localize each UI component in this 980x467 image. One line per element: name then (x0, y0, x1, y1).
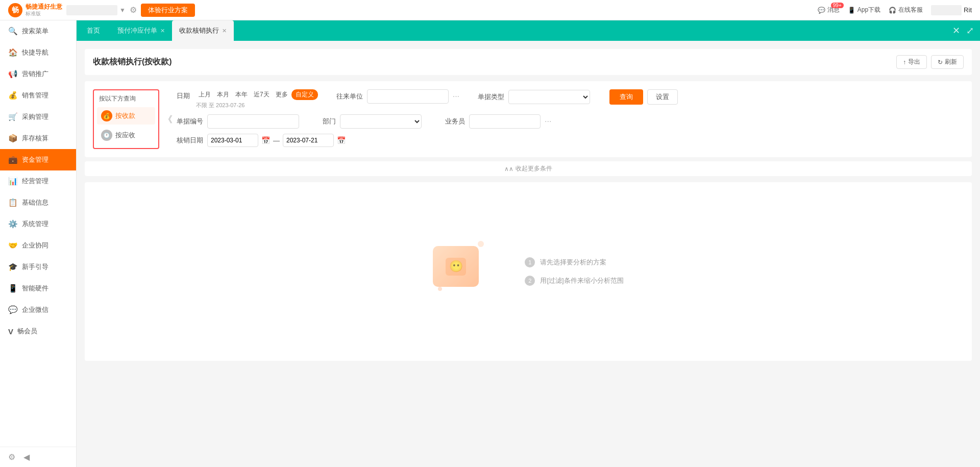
search-icon: 🔍 (8, 27, 18, 36)
filter-option-receipt[interactable]: 💰 按收款 (97, 107, 155, 125)
calendar-end-icon[interactable]: 📅 (337, 136, 346, 144)
filter-voucher-type-group: 单据类型 查询 设置 (478, 89, 678, 105)
date-btn-this-year[interactable]: 本年 (233, 89, 250, 100)
online-support-btn[interactable]: 🎧 在线客服 (889, 6, 923, 14)
home-icon: 🏠 (8, 48, 18, 57)
tab-writeoff[interactable]: 收款核销执行 ✕ (172, 20, 234, 41)
sidebar-item-member[interactable]: V 畅会员 (0, 321, 76, 342)
receivable-option-icon: 🕐 (101, 130, 112, 141)
sidebar-collapse-icon[interactable]: ◀ (23, 452, 30, 462)
filter-dept-group: 部门 (323, 114, 422, 129)
empty-face: 😶 (446, 258, 466, 276)
sidebar-item-finance[interactable]: 💼 资金管理 (0, 149, 76, 170)
user-avatar (931, 5, 962, 15)
app-name: 畅捷通好生意 (26, 3, 62, 10)
export-btn[interactable]: ↑ 导出 (896, 55, 927, 69)
staff-label: 业务员 (445, 117, 465, 126)
filter-collapse-arrow[interactable]: 《 (159, 89, 177, 149)
tab1-close-icon[interactable]: ✕ (160, 28, 165, 34)
date-btn-more[interactable]: 更多 (273, 89, 290, 100)
sidebar-item-basic[interactable]: 📋 基础信息 (0, 192, 76, 213)
date-btn-this-month[interactable]: 本月 (214, 89, 232, 100)
collapse-more-bar[interactable]: ∧∧ 收起更多条件 (85, 161, 972, 176)
calendar-start-icon[interactable]: 📅 (261, 136, 270, 144)
sidebar-item-marketing[interactable]: 📢 营销推广 (0, 63, 76, 85)
sidebar-item-wechat[interactable]: 💬 企业微信 (0, 299, 76, 321)
sidebar-item-guide[interactable]: 🎓 新手引导 (0, 256, 76, 278)
industry-btn[interactable]: 体验行业方案 (141, 4, 195, 17)
message-btn[interactable]: 💬 消息 99+ (818, 6, 840, 14)
tab-expand-btn[interactable]: ⤢ (964, 25, 976, 36)
receipt-option-icon: 💰 (101, 110, 112, 121)
filter-method-selector: 按以下方查询 💰 按收款 🕐 按应收 (93, 89, 159, 149)
company-name[interactable] (66, 5, 117, 15)
user-name: Rit (964, 6, 972, 14)
filter-date-group: 日期 上月 本月 本年 近7天 更多 自定义 (177, 89, 318, 109)
hardware-icon: 📱 (8, 284, 18, 293)
sidebar-settings-icon[interactable]: ⚙ (8, 452, 15, 462)
page-inner: 收款核销执行(按收款) ↑ 导出 ↻ 刷新 (77, 41, 980, 369)
sales-icon: 💰 (8, 91, 18, 100)
filter-option-receipt-label: 按收款 (115, 111, 135, 120)
writeoff-date-end-input[interactable] (283, 134, 334, 147)
sidebar-item-purchase[interactable]: 🛒 采购管理 (0, 106, 76, 128)
voucher-type-select[interactable] (508, 90, 590, 104)
purchase-icon: 🛒 (8, 112, 18, 121)
tab2-close-icon[interactable]: ✕ (222, 28, 227, 34)
tab-close-btn[interactable]: ✕ (950, 25, 962, 36)
sidebar-item-collab[interactable]: 🤝 企业协同 (0, 235, 76, 256)
empty-illustration: 😶 (433, 246, 494, 297)
filter-method-title: 按以下方查询 (97, 94, 155, 103)
user-menu[interactable]: Rit (931, 5, 972, 15)
filter-option-receivable[interactable]: 🕐 按应收 (97, 127, 155, 144)
date-quick-buttons: 上月 本月 本年 近7天 更多 自定义 (196, 89, 318, 100)
filter-panel: 按以下方查询 💰 按收款 🕐 按应收 《 (85, 81, 972, 157)
refresh-icon: ↻ (938, 59, 943, 66)
sidebar-item-operations[interactable]: 📊 经营管理 (0, 170, 76, 192)
tab-prepay[interactable]: 预付冲应付单 ✕ (110, 20, 172, 41)
settings-icon[interactable]: ⚙ (130, 5, 137, 15)
sidebar-item-system[interactable]: ⚙️ 系统管理 (0, 213, 76, 235)
staff-input[interactable] (469, 114, 541, 129)
finance-icon: 💼 (8, 155, 18, 164)
empty-step-2: 2 用[过滤]条件来缩小分析范围 (525, 276, 623, 286)
step2-text: 用[过滤]条件来缩小分析范围 (540, 276, 623, 285)
headset-icon: 🎧 (889, 7, 896, 14)
staff-dots[interactable]: ··· (545, 117, 551, 126)
app-logo: 畅 畅捷通好生意 标准版 (8, 3, 62, 17)
date-btn-last-month[interactable]: 上月 (196, 89, 213, 100)
main-content: 首页 预付冲应付单 ✕ 收款核销执行 ✕ ✕ ⤢ 收款核销执行(按收款) (77, 20, 980, 467)
filter-row-3: 核销日期 📅 — 📅 (177, 134, 964, 147)
message-icon: 💬 (818, 7, 825, 14)
company-selector[interactable]: ▼ (66, 5, 126, 15)
counterparty-dots[interactable]: ··· (453, 92, 459, 101)
writeoff-date-range: 📅 — 📅 (207, 134, 346, 147)
sidebar-bottom: ⚙ ◀ (0, 447, 76, 467)
deco-dot-1 (478, 241, 484, 247)
message-badge: 99+ (831, 3, 844, 8)
writeoff-date-label: 核销日期 (177, 136, 203, 145)
query-btn[interactable]: 查询 (609, 89, 643, 105)
inventory-icon: 📦 (8, 134, 18, 143)
app-download-btn[interactable]: 📱 App下载 (848, 6, 880, 14)
chevron-down-icon[interactable]: ▼ (119, 7, 126, 14)
date-btn-7days[interactable]: 近7天 (251, 89, 272, 100)
date-btn-custom[interactable]: 自定义 (291, 89, 318, 100)
deco-dot-2 (438, 287, 442, 291)
sidebar-item-quicknav[interactable]: 🏠 快捷导航 (0, 42, 76, 63)
voucherno-input[interactable] (207, 114, 299, 129)
sidebar-item-sales[interactable]: 💰 销售管理 (0, 85, 76, 106)
sidebar-item-hardware[interactable]: 📱 智能硬件 (0, 278, 76, 299)
filter-row-1: 日期 上月 本月 本年 近7天 更多 自定义 (177, 89, 964, 109)
sidebar-item-inventory[interactable]: 📦 库存核算 (0, 128, 76, 149)
operations-icon: 📊 (8, 177, 18, 186)
counterparty-input[interactable] (367, 89, 449, 104)
top-bar-right: 💬 消息 99+ 📱 App下载 🎧 在线客服 Rit (818, 5, 972, 15)
dept-select[interactable] (340, 114, 422, 129)
writeoff-date-start-input[interactable] (207, 134, 258, 147)
settings-btn[interactable]: 设置 (647, 89, 678, 105)
date-label: 日期 (177, 89, 192, 101)
sidebar-item-search[interactable]: 🔍 搜索菜单 (0, 20, 76, 42)
tab-home[interactable]: 首页 (77, 20, 110, 41)
refresh-btn[interactable]: ↻ 刷新 (931, 55, 964, 69)
